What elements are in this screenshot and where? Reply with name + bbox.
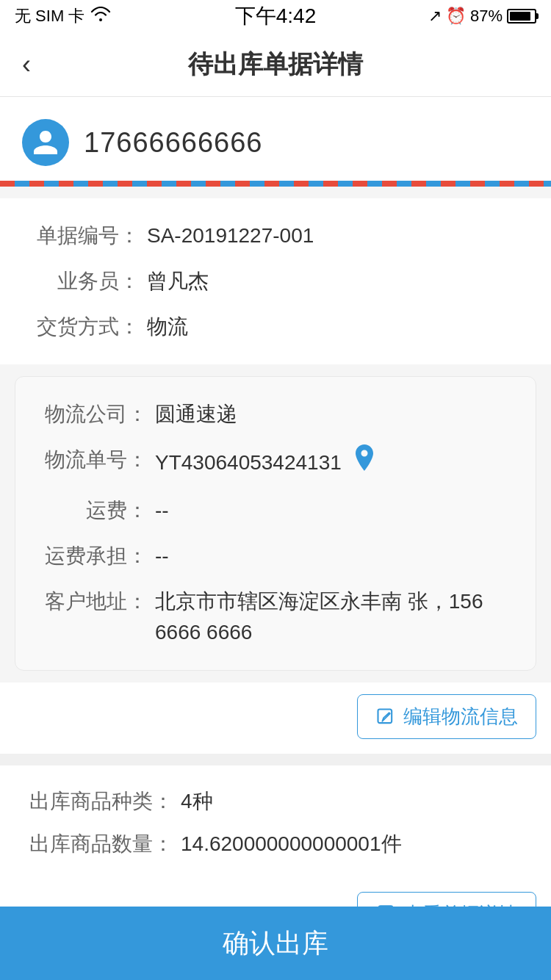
status-left: 无 SIM 卡 (15, 5, 111, 27)
goods-type-value: 4种 (181, 788, 213, 815)
back-button[interactable]: ‹ (15, 42, 38, 87)
page-title: 待出库单据详情 (188, 48, 363, 82)
edit-icon (375, 707, 396, 727)
section-separator (0, 754, 551, 765)
edit-logistics-label: 编辑物流信息 (403, 704, 518, 729)
goods-section: 出库商品种类： 4种 出库商品数量： 14.620000000000001件 (0, 765, 551, 880)
order-number-row: 单据编号： SA-20191227-001 (29, 220, 522, 251)
alarm-icon: ⏰ (446, 7, 466, 26)
address-value: 北京市市辖区海淀区永丰南 张，156 6666 6666 (155, 586, 514, 648)
tracking-row: 物流单号： YT43064053424131 (37, 444, 514, 480)
goods-qty-row: 出库商品数量： 14.620000000000001件 (29, 830, 522, 858)
logistics-company-label: 物流公司： (37, 399, 155, 430)
edit-logistics-button[interactable]: 编辑物流信息 (357, 694, 536, 739)
freight-bearer-row: 运费承担： -- (37, 541, 514, 572)
logistics-company-value: 圆通速递 (155, 399, 514, 430)
logistics-card: 物流公司： 圆通速递 物流单号： YT43064053424131 运费： --… (15, 376, 536, 671)
status-time: 下午4:42 (235, 2, 317, 30)
confirm-button-label: 确认出库 (223, 926, 328, 962)
goods-type-label: 出库商品种类： (29, 788, 181, 815)
status-right: ↗ ⏰ 87% (428, 7, 536, 26)
delivery-value: 物流 (147, 311, 522, 342)
freight-label: 运费： (37, 495, 155, 526)
address-label: 客户地址： (37, 586, 155, 617)
freight-row: 运费： -- (37, 495, 514, 526)
order-number-value: SA-20191227-001 (147, 220, 522, 251)
goods-qty-label: 出库商品数量： (29, 830, 181, 858)
agent-row: 业务员： 曾凡杰 (29, 266, 522, 297)
tracking-location-icon[interactable] (353, 444, 375, 480)
location-status-icon: ↗ (428, 7, 442, 26)
battery-pct: 87% (470, 7, 503, 26)
tracking-number: YT43064053424131 (155, 447, 342, 478)
freight-bearer-label: 运费承担： (37, 541, 155, 572)
delivery-label: 交货方式： (29, 311, 147, 342)
order-number-label: 单据编号： (29, 220, 147, 251)
customer-header: 17666666666 (0, 97, 551, 181)
logistics-company-row: 物流公司： 圆通速递 (37, 399, 514, 430)
delivery-row: 交货方式： 物流 (29, 311, 522, 342)
customer-phone: 17666666666 (84, 127, 262, 159)
user-icon (31, 128, 60, 157)
confirm-bar[interactable]: 确认出库 (0, 907, 551, 980)
wifi-icon (90, 7, 111, 26)
avatar (22, 119, 69, 166)
status-bar: 无 SIM 卡 下午4:42 ↗ ⏰ 87% (0, 0, 551, 32)
carrier-label: 无 SIM 卡 (15, 5, 84, 27)
nav-bar: ‹ 待出库单据详情 (0, 32, 551, 97)
freight-value: -- (155, 495, 514, 526)
agent-value: 曾凡杰 (147, 266, 522, 297)
battery-icon (507, 9, 536, 24)
edit-logistics-row: 编辑物流信息 (0, 682, 551, 754)
order-info-section: 单据编号： SA-20191227-001 业务员： 曾凡杰 交货方式： 物流 (0, 198, 551, 364)
goods-qty-value: 14.620000000000001件 (181, 830, 402, 858)
tracking-label: 物流单号： (37, 444, 155, 475)
dashed-separator (0, 181, 551, 187)
freight-bearer-value: -- (155, 541, 514, 572)
goods-type-row: 出库商品种类： 4种 (29, 788, 522, 815)
tracking-value-row: YT43064053424131 (155, 444, 514, 480)
address-row: 客户地址： 北京市市辖区海淀区永丰南 张，156 6666 6666 (37, 586, 514, 648)
agent-label: 业务员： (29, 266, 147, 297)
